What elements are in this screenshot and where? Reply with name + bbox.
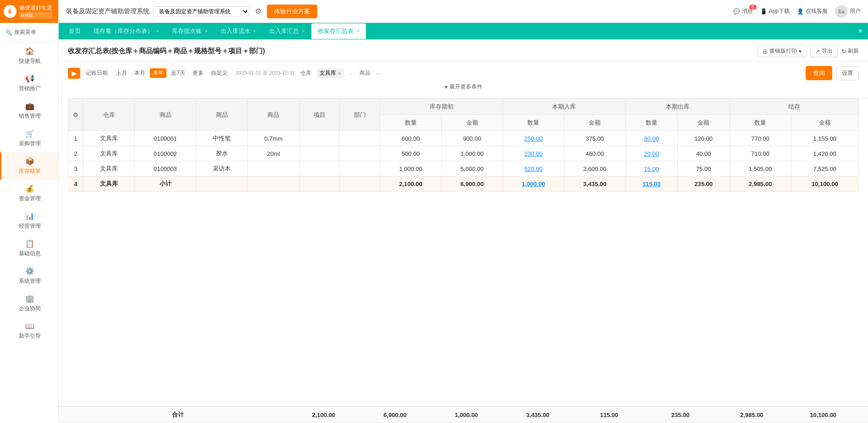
sidebar-item-label: 基础信息 <box>19 250 41 258</box>
cell-department <box>340 161 380 176</box>
tab-close-icon[interactable]: × <box>302 28 305 34</box>
tab-close-icon[interactable]: × <box>356 28 359 34</box>
sidebar-item-purchase[interactable]: 🛒 采购管理 <box>0 125 58 152</box>
top-header: 装备及固定资产辅助管理系统 装备及固定资产辅助管理系统 ⚙ 体验行业方案 💬 消… <box>59 0 868 23</box>
settings-gear-button[interactable]: ⚙ <box>253 5 263 17</box>
date-btn-this-year[interactable]: 本年 <box>150 68 166 78</box>
app-download-item[interactable]: 📱 App下载 <box>760 7 790 15</box>
tab-close-icon[interactable]: × <box>205 28 208 34</box>
search-menu-button[interactable]: 🔍 搜索菜单 <box>4 27 55 38</box>
col-closing-header: 结存 <box>730 99 858 115</box>
sidebar-item-sales[interactable]: 💼 销售管理 <box>0 97 58 125</box>
cell-goods-code: 0100002 <box>135 146 196 161</box>
date-btn-this-month[interactable]: 本月 <box>132 68 148 78</box>
user-item[interactable]: Ea 用户 <box>835 5 861 18</box>
system-selector[interactable]: 装备及固定资产辅助管理系统 <box>153 6 249 16</box>
sidebar-item-label: 企业协同 <box>19 305 41 313</box>
tab-close-icon[interactable]: × <box>253 28 256 34</box>
sidebar-item-inventory[interactable]: 📦 库存核算 <box>0 152 58 180</box>
cell-warehouse: 文具库 <box>83 131 135 146</box>
message-item[interactable]: 💬 消息 6 <box>733 7 753 15</box>
in-qty-link[interactable]: 230.00 <box>524 150 542 157</box>
business-icon: 📊 <box>25 212 34 220</box>
tab-home[interactable]: 首页 <box>62 23 87 39</box>
online-service-item[interactable]: 👤 在线客服 <box>797 7 828 15</box>
tab-inout-flow[interactable]: 出入库流水 × <box>214 23 263 39</box>
footer-out-qty: 115.00 <box>574 412 645 418</box>
cell-out-qty[interactable]: 15.00 <box>625 161 678 176</box>
col-goods-spec: 商品 <box>248 99 300 131</box>
cell-goods-spec: 20ml <box>248 146 300 161</box>
cell-subtotal-in-qty[interactable]: 1,000.00 <box>503 176 564 192</box>
cell-in-qty[interactable]: 230.00 <box>503 146 564 161</box>
sidebar-item-marketing[interactable]: 📢 营销推广 <box>0 70 58 97</box>
sidebar-search-area[interactable]: 🔍 搜索菜单 <box>0 23 58 42</box>
cell-opening-amt: 5,000.00 <box>442 161 503 176</box>
subtotal-out-qty-link[interactable]: 115.00 <box>642 181 661 187</box>
out-qty-link[interactable]: 80.00 <box>644 135 659 142</box>
subtotal-in-qty-link[interactable]: 1,000.00 <box>522 181 545 187</box>
online-service-label: 在线客服 <box>806 7 828 15</box>
sidebar-nav: 🏠 快捷导航 📢 营销推广 💼 销售管理 🛒 采购管理 📦 库存核算 💰 资金管… <box>0 42 58 423</box>
print-button[interactable]: 🖨 拨镜版打印 ▾ <box>757 45 807 57</box>
date-btn-custom[interactable]: 自定义 <box>208 68 230 78</box>
sidebar-item-guide[interactable]: 📖 新手引导 <box>0 317 58 345</box>
sidebar-item-shortcut[interactable]: 🏠 快捷导航 <box>0 42 58 70</box>
sidebar-item-system[interactable]: ⚙️ 系统管理 <box>0 262 58 290</box>
cell-warehouse: 文具库 <box>83 146 135 161</box>
message-badge: 6 <box>749 5 757 10</box>
out-qty-link[interactable]: 20.00 <box>644 150 659 157</box>
expand-more-conditions[interactable]: ▾ 展开更多条件 <box>68 80 859 93</box>
footer-total-label: 合计 <box>68 411 288 419</box>
try-industry-button[interactable]: 体验行业方案 <box>267 5 317 18</box>
tab-recv-send-summary[interactable]: 收发存汇总表 × <box>311 23 366 39</box>
query-button[interactable]: 查询 <box>806 66 832 80</box>
sidebar-item-enterprise[interactable]: 🏢 企业协同 <box>0 290 58 317</box>
cell-subtotal-in-amt: 3,435.00 <box>564 176 625 192</box>
tab-close-icon[interactable]: × <box>156 28 159 34</box>
export-button[interactable]: ↗ 导出 <box>810 45 838 57</box>
footer-opening-amt: 6,900.00 <box>359 412 431 418</box>
cell-in-qty[interactable]: 250.00 <box>503 131 564 146</box>
cell-in-amt: 375.00 <box>564 131 625 146</box>
col-opening-header: 库存期初 <box>380 99 503 115</box>
date-btn-more[interactable]: 更多 <box>190 68 206 78</box>
sidebar-item-business[interactable]: 📊 经营管理 <box>0 207 58 235</box>
footer-in-qty: 1,000.00 <box>431 412 502 418</box>
warehouse-more-ellipsis[interactable]: ··· <box>349 70 354 77</box>
cell-in-qty[interactable]: 520.00 <box>503 161 564 176</box>
filter-settings-button[interactable]: 设置 <box>836 66 859 80</box>
out-qty-link[interactable]: 15.00 <box>644 165 659 172</box>
in-qty-link[interactable]: 520.00 <box>524 165 542 172</box>
date-btn-last-month[interactable]: 上月 <box>113 68 130 78</box>
date-btn-7days[interactable]: 近7天 <box>168 68 188 78</box>
system-title: 装备及固定资产辅助管理系统 <box>66 7 149 16</box>
filter-toggle-button[interactable]: ▶ <box>68 68 80 79</box>
sidebar-item-finance[interactable]: 💰 资金管理 <box>0 180 58 207</box>
table-row: 1 文具库 0100001 中性笔 0.7mm 600.00 900.00 25… <box>68 131 859 146</box>
footer-out-amt: 235.00 <box>645 412 716 418</box>
sidebar-item-basic-info[interactable]: 📋 基础信息 <box>0 235 58 262</box>
expand-icon: ▾ <box>445 84 448 90</box>
sidebar-item-label: 采购管理 <box>19 140 41 148</box>
tabs-close-all-button[interactable]: × <box>857 25 864 37</box>
sidebar-item-label: 快捷导航 <box>19 57 41 65</box>
goods-ellipsis[interactable]: ··· <box>376 70 381 77</box>
refresh-button[interactable]: ↻ 刷新 <box>841 47 859 55</box>
cell-warehouse-subtotal: 文具库 <box>83 176 135 192</box>
in-qty-link[interactable]: 250.00 <box>524 135 542 142</box>
export-label: 导出 <box>822 47 833 55</box>
warehouse-tag-close[interactable]: × <box>338 71 341 76</box>
cell-no: 4 <box>68 176 83 192</box>
cell-out-qty[interactable]: 20.00 <box>625 146 678 161</box>
warehouse-tag: 文具库 × <box>317 68 343 78</box>
col-closing-qty: 数量 <box>730 115 791 131</box>
footer-closing-amt: 10,100.00 <box>787 412 859 418</box>
cell-subtotal-out-qty[interactable]: 115.00 <box>625 176 678 192</box>
cell-out-qty[interactable]: 80.00 <box>625 131 678 146</box>
table-settings-col[interactable]: ⚙ <box>68 99 83 131</box>
tab-inventory-dist[interactable]: 现存量（库存分布表） × <box>87 23 166 39</box>
search-menu-label: 搜索菜单 <box>14 28 36 36</box>
tab-inout-summary[interactable]: 出入库汇总 × <box>263 23 311 39</box>
tab-batch-account[interactable]: 库存批次账 × <box>166 23 214 39</box>
